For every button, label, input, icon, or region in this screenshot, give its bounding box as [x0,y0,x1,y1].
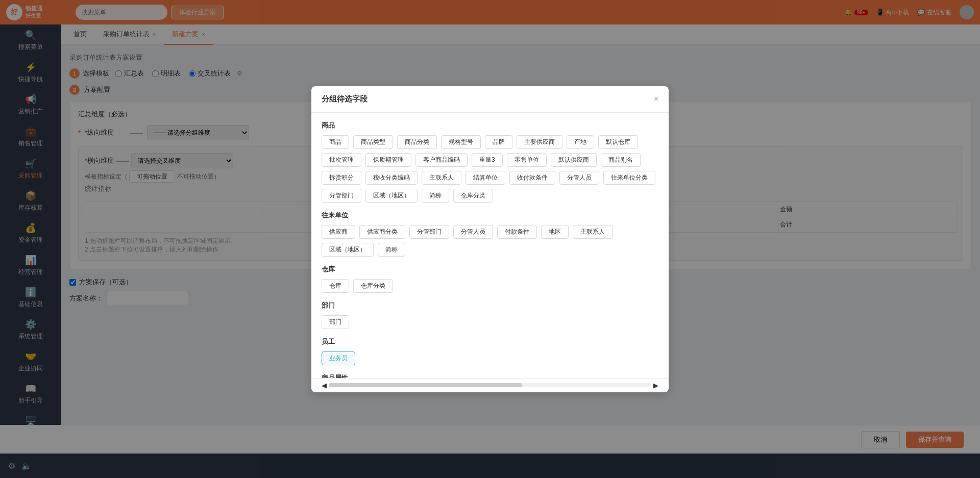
tag-group-warehouse: 仓库 仓库分类 [322,279,658,293]
tag-manager[interactable]: 分管人员 [559,171,599,185]
tag-customer-code[interactable]: 客户商品编码 [415,153,468,167]
h-scrollbar-thumb [329,383,522,387]
scroll-left-icon: ◀ [322,382,327,389]
tag-area[interactable]: 地区 [541,225,569,239]
modal-body: 商品 商品 商品类型 商品分类 规格型号 品牌 主要供应商 产地 默认仓库 批次… [311,113,669,378]
tag-quality[interactable]: 保质期管理 [365,153,411,167]
modal: 分组待选字段 × 商品 商品 商品类型 商品分类 规格型号 品牌 主要供应商 产… [311,86,669,392]
tag-unload-points[interactable]: 拆货积分 [322,171,361,185]
tag-product-alias[interactable]: 商品别名 [601,153,641,167]
tag-salesperson[interactable]: 业务员 [322,351,355,365]
tag-batch[interactable]: 批次管理 [322,153,361,167]
tag-group-department: 部门 [322,315,658,329]
tag-retail-unit[interactable]: 零售单位 [507,153,547,167]
tag-contact[interactable]: 主联系人 [573,225,612,239]
modal-scrollbar: ◀ ▶ [311,378,669,392]
tag-default-warehouse[interactable]: 默认仓库 [598,135,638,149]
tag-department[interactable]: 部门 [322,315,349,329]
modal-header: 分组待选字段 × [311,86,669,113]
tag-payment-cond[interactable]: 付款条件 [497,225,537,239]
tag-warehouse-category[interactable]: 仓库分类 [453,189,493,203]
section-employee: 员工 [322,337,658,346]
tag-warehouse-cat[interactable]: 仓库分类 [353,279,393,293]
modal-close-btn[interactable]: × [654,94,658,104]
section-department: 部门 [322,301,658,310]
modal-overlay: 分组待选字段 × 商品 商品 商品类型 商品分类 规格型号 品牌 主要供应商 产… [0,0,980,478]
tag-weight3[interactable]: 重量3 [472,153,503,167]
scroll-right-icon: ▶ [653,382,658,389]
tag-unit-category[interactable]: 往来单位分类 [603,171,655,185]
tag-region2[interactable]: 区域（地区） [322,243,374,257]
tag-settle-unit[interactable]: 结算单位 [465,171,505,185]
tag-region[interactable]: 区域（地区） [365,189,418,203]
tag-product[interactable]: 商品 [322,135,349,149]
tag-origin[interactable]: 产地 [567,135,594,149]
tag-spec-model[interactable]: 规格型号 [441,135,481,149]
tag-product-category[interactable]: 商品分类 [397,135,437,149]
tag-dept2[interactable]: 分管部门 [409,225,449,239]
tag-tax-code[interactable]: 税收分类编码 [365,171,418,185]
tag-main-contact[interactable]: 主联系人 [422,171,461,185]
section-warehouse: 仓库 [322,265,658,274]
tag-brand[interactable]: 品牌 [485,135,512,149]
tag-group-employee: 业务员 [322,351,658,365]
section-product: 商品 [322,121,658,130]
modal-title: 分组待选字段 [322,94,368,104]
tag-group-partner: 供应商 供应商分类 分管部门 分管人员 付款条件 地区 主联系人 区域（地区） … [322,225,658,257]
tag-payment-terms[interactable]: 收付款条件 [509,171,555,185]
tag-main-supplier[interactable]: 主要供应商 [517,135,562,149]
tag-warehouse[interactable]: 仓库 [322,279,349,293]
tag-group-product: 商品 商品类型 商品分类 规格型号 品牌 主要供应商 产地 默认仓库 批次管理 … [322,135,658,203]
tag-supplier[interactable]: 供应商 [322,225,355,239]
tag-short-name[interactable]: 简称 [422,189,449,203]
section-partner: 往来单位 [322,211,658,220]
tag-product-type[interactable]: 商品类型 [353,135,393,149]
tag-default-supplier[interactable]: 默认供应商 [551,153,597,167]
tag-supplier-category[interactable]: 供应商分类 [359,225,405,239]
tag-short-name2[interactable]: 简称 [378,243,405,257]
tag-manager2[interactable]: 分管人员 [453,225,493,239]
section-product-attr: 商品属性 [322,373,658,378]
tag-dept[interactable]: 分管部门 [322,189,361,203]
h-scrollbar[interactable] [329,383,651,387]
